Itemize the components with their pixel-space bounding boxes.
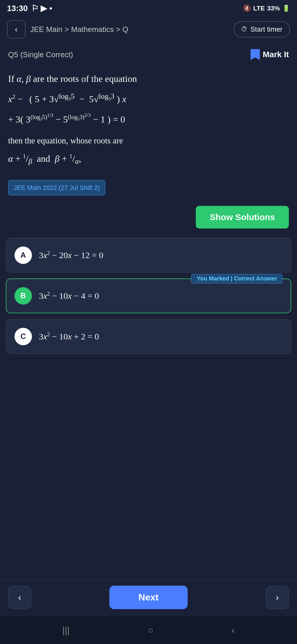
android-back-button[interactable]: ‹ (231, 625, 235, 636)
option-a-text: 3x2 − 20x − 12 = 0 (39, 250, 103, 260)
status-left: 13:30 ⚐ ▶ • (7, 3, 52, 13)
next-button[interactable]: Next (109, 586, 187, 609)
android-nav-bar: ||| ○ ‹ (0, 616, 297, 644)
solutions-row: Show Solutions (0, 201, 297, 235)
question-text: If α, β are the roots of the equation x2… (8, 71, 289, 168)
battery-label: 33% (267, 5, 280, 12)
android-home-icon: ○ (148, 625, 153, 636)
network-label: LTE (253, 5, 265, 12)
question-content: If α, β are the roots of the equation x2… (0, 67, 297, 201)
prev-icon: ‹ (18, 592, 21, 603)
android-menu-button[interactable]: ||| (62, 625, 70, 636)
bottom-nav: ‹ Next › (0, 580, 297, 615)
option-b-letter: B (15, 287, 32, 305)
timer-label: Start timer (250, 25, 282, 33)
android-back-icon: ‹ (231, 625, 235, 636)
next-arrow-button[interactable]: › (266, 586, 289, 609)
option-a[interactable]: A 3x2 − 20x − 12 = 0 (6, 238, 291, 273)
status-right: 🔇 LTE 33% 🔋 (243, 5, 290, 12)
next-label: Next (138, 592, 158, 602)
status-icons: ⚐ ▶ • (31, 3, 52, 13)
battery-icon: 🔋 (282, 5, 290, 12)
options-container: A 3x2 − 20x − 12 = 0 You Marked | Correc… (0, 235, 297, 356)
correct-badge: You Marked | Correct Answer (191, 274, 282, 283)
back-icon: ‹ (15, 25, 17, 34)
header-nav: ‹ JEE Main > Mathematics > Q ⏱ Start tim… (0, 15, 297, 43)
back-button[interactable]: ‹ (7, 20, 26, 39)
question-label: Q5 (Single Correct) (8, 50, 73, 59)
option-b[interactable]: You Marked | Correct Answer B 3x2 − 10x … (6, 278, 291, 313)
next-arrow-icon: › (276, 592, 279, 603)
option-b-text: 3x2 − 10x − 4 = 0 (39, 291, 99, 301)
status-bar: 13:30 ⚐ ▶ • 🔇 LTE 33% 🔋 (0, 0, 297, 15)
show-solutions-button[interactable]: Show Solutions (196, 206, 289, 229)
option-a-letter: A (15, 247, 32, 264)
option-c[interactable]: C 3x2 − 10x + 2 = 0 (6, 319, 291, 354)
mark-it-label: Mark It (263, 50, 289, 59)
timer-icon: ⏱ (241, 26, 247, 33)
bookmark-icon (251, 49, 260, 60)
question-header: Q5 (Single Correct) Mark It (0, 46, 297, 64)
android-home-button[interactable]: ○ (148, 625, 153, 636)
android-menu-icon: ||| (62, 625, 70, 636)
signal-icon: 🔇 (243, 5, 251, 12)
status-time: 13:30 (7, 4, 28, 13)
breadcrumb: JEE Main > Mathematics > Q (30, 25, 229, 34)
source-tag: JEE Main 2022 (27 Jul Shift 2) (8, 180, 105, 195)
show-solutions-label: Show Solutions (210, 212, 275, 222)
start-timer-button[interactable]: ⏱ Start timer (233, 21, 290, 37)
option-c-letter: C (15, 328, 32, 345)
option-c-text: 3x2 − 10x + 2 = 0 (39, 331, 99, 341)
prev-button[interactable]: ‹ (8, 586, 31, 609)
mark-it-button[interactable]: Mark It (251, 49, 289, 60)
